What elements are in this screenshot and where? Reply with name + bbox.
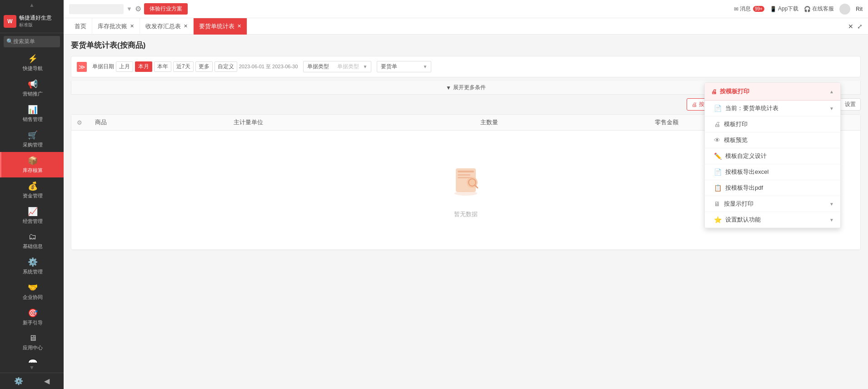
filter-toggle-button[interactable]: ≫ bbox=[77, 62, 87, 72]
sidebar-item-marketing[interactable]: 📢 营销推广 bbox=[0, 76, 64, 101]
sidebar-item-label: 新手引导 bbox=[23, 319, 43, 326]
sales-icon: 📊 bbox=[28, 105, 38, 115]
export-pdf-icon: 📋 bbox=[714, 184, 722, 192]
user-name: Rit bbox=[856, 6, 863, 12]
tab-receipt-summary-close[interactable]: ✕ bbox=[184, 23, 188, 29]
export-excel-label: 按模板导出excel bbox=[725, 168, 768, 176]
dropdown-close-chevron[interactable]: ▲ bbox=[829, 89, 834, 94]
sidebar-item-quick-nav[interactable]: ⚡ 快捷导航 bbox=[0, 50, 64, 76]
filter-row: ≫ 单据日期 上月 本月 本年 近7天 更多 自定义 2023-06-01 至 … bbox=[77, 61, 855, 72]
online-service-button[interactable]: 🎧 在线客服 bbox=[804, 5, 834, 13]
print-header-icon: 🖨 bbox=[711, 88, 717, 95]
message-badge: 99+ bbox=[753, 6, 764, 12]
date-btn-this-year[interactable]: 本年 bbox=[154, 61, 171, 72]
display-print-chevron: ▼ bbox=[829, 202, 834, 207]
tab-order-stats-label: 要货单统计表 bbox=[199, 22, 234, 30]
tab-order-stats[interactable]: 要货单统计表 ✕ bbox=[194, 18, 247, 35]
sidebar-item-collab[interactable]: 🤝 企业协同 bbox=[0, 279, 64, 304]
sidebar-item-guide[interactable]: 🎯 新手引导 bbox=[0, 304, 64, 330]
tab-expand-icon[interactable]: ⤢ bbox=[857, 23, 863, 30]
table-column-settings-icon[interactable]: ⚙ bbox=[77, 119, 82, 126]
app-logo-icon: W bbox=[4, 15, 16, 28]
sidebar-item-label: 营销推广 bbox=[23, 91, 43, 97]
main-area: ▼ ⚙ 体验行业方案 ✉ 消息 99+ 📱 App下载 🎧 在线客服 Rit bbox=[64, 0, 868, 389]
sidebar-item-finance[interactable]: 💰 资金管理 bbox=[0, 177, 64, 203]
dropdown-display-print[interactable]: 🖥 按显示打印 ▼ bbox=[705, 196, 840, 212]
messages-button[interactable]: ✉ 消息 99+ bbox=[734, 5, 764, 13]
tab-close-all-icon[interactable]: ✕ bbox=[848, 23, 853, 30]
content-area: 要货单统计表(按商品) ≫ 单据日期 上月 本月 本年 近7天 更多 自定义 2… bbox=[64, 35, 868, 389]
sidebar-item-inventory[interactable]: 📦 库存核算 bbox=[0, 152, 64, 177]
order-num-select[interactable]: 要货单 ▼ bbox=[377, 61, 431, 72]
sidebar-item-basic[interactable]: 🗂 基础信息 bbox=[0, 228, 64, 253]
dropdown-header[interactable]: 🖨 按模板打印 ▲ bbox=[705, 83, 840, 101]
dropdown-item-export-excel[interactable]: 📄 按模板导出excel bbox=[705, 164, 840, 180]
export-pdf-label: 按模板导出pdf bbox=[725, 184, 763, 192]
collapse-icon[interactable]: ◀ bbox=[44, 377, 50, 385]
tab-order-stats-close[interactable]: ✕ bbox=[237, 23, 241, 29]
system-icon: ⚙️ bbox=[28, 257, 38, 267]
app-name: 畅捷通好生意 bbox=[19, 15, 52, 22]
topbar-right: ✉ 消息 99+ 📱 App下载 🎧 在线客服 Rit bbox=[734, 4, 863, 15]
app-download-button[interactable]: 📱 App下载 bbox=[770, 5, 798, 13]
date-btn-last-month[interactable]: 上月 bbox=[116, 61, 133, 72]
set-default-chevron: ▼ bbox=[829, 217, 834, 222]
industry-plan-button[interactable]: 体验行业方案 bbox=[144, 3, 188, 15]
settings-icon[interactable]: ⚙️ bbox=[14, 377, 23, 385]
sidebar-item-purchase[interactable]: 🛒 采购管理 bbox=[0, 126, 64, 152]
order-num-dropdown-icon: ▼ bbox=[423, 64, 427, 69]
dropdown-item-template-design[interactable]: ✏️ 模板自定义设计 bbox=[705, 148, 840, 164]
app-badge: 标准版 bbox=[19, 22, 52, 28]
message-icon: ✉ bbox=[734, 6, 738, 12]
display-print-icon: 🖥 bbox=[714, 200, 720, 207]
sidebar-scroll-down[interactable]: ▼ bbox=[0, 363, 64, 373]
current-template-label: 当前：要货单统计表 bbox=[725, 104, 778, 112]
tab-receipt-summary-label: 收发存汇总表 bbox=[145, 22, 181, 30]
topbar-left: ▼ ⚙ 体验行业方案 bbox=[69, 3, 730, 15]
tab-receipt-summary[interactable]: 收发存汇总表 ✕ bbox=[140, 18, 194, 35]
sidebar-item-operation[interactable]: 📈 经营管理 bbox=[0, 203, 64, 228]
sidebar-item-wechat[interactable]: 💬 企业微信 bbox=[0, 355, 64, 363]
empty-text: 暂无数据 bbox=[454, 210, 478, 218]
sidebar-search[interactable]: 🔍 搜索菜单 bbox=[4, 36, 60, 47]
dropdown-item-template-print[interactable]: 🖨 模板打印 bbox=[705, 116, 840, 132]
set-default-label: 设置默认功能 bbox=[725, 216, 761, 224]
template-preview-label: 模板预览 bbox=[724, 136, 748, 144]
tab-batch-account-close[interactable]: ✕ bbox=[130, 23, 134, 29]
sidebar-item-app-center[interactable]: 🖥 应用中心 bbox=[0, 330, 64, 355]
sidebar-item-system[interactable]: ⚙️ 系统管理 bbox=[0, 253, 64, 279]
dropdown-set-default[interactable]: ⭐ 设置默认功能 ▼ bbox=[705, 212, 840, 228]
logo-text-block: 畅捷通好生意 标准版 bbox=[19, 15, 52, 28]
col-product: 商品 bbox=[90, 115, 228, 131]
sidebar-item-sales[interactable]: 📊 销售管理 bbox=[0, 101, 64, 126]
tab-batch-account[interactable]: 库存批次账 ✕ bbox=[92, 18, 140, 35]
page-title: 要货单统计表(按商品) bbox=[71, 40, 861, 51]
quick-nav-icon: ⚡ bbox=[28, 54, 38, 64]
sidebar-item-label: 资金管理 bbox=[23, 192, 43, 199]
topbar-search-input[interactable] bbox=[69, 4, 124, 14]
dropdown-item-template-preview[interactable]: 👁 模板预览 bbox=[705, 132, 840, 148]
col-unit: 主计量单位 bbox=[228, 115, 475, 131]
order-type-select[interactable]: 单据类型 单据类型 ▼ bbox=[303, 61, 371, 72]
dropdown-current-template[interactable]: 📄 当前：要货单统计表 ▼ bbox=[705, 101, 840, 116]
collab-icon: 🤝 bbox=[28, 283, 38, 293]
topbar: ▼ ⚙ 体验行业方案 ✉ 消息 99+ 📱 App下载 🎧 在线客服 Rit bbox=[64, 0, 868, 18]
sidebar-scroll-up[interactable]: ▲ bbox=[0, 0, 64, 10]
date-range: 2023-06-01 至 2023-06-30 bbox=[239, 63, 298, 70]
date-btn-custom[interactable]: 自定义 bbox=[215, 61, 237, 72]
date-btn-more[interactable]: 更多 bbox=[195, 61, 213, 72]
template-print-icon: 🖨 bbox=[714, 121, 720, 128]
user-avatar[interactable] bbox=[839, 4, 850, 15]
date-filter: 单据日期 上月 本月 本年 近7天 更多 自定义 2023-06-01 至 20… bbox=[92, 61, 298, 72]
settings-button[interactable]: 设置 bbox=[840, 98, 861, 111]
topbar-settings-icon[interactable]: ⚙ bbox=[135, 5, 141, 13]
service-icon: 🎧 bbox=[804, 6, 811, 12]
date-btn-this-month[interactable]: 本月 bbox=[135, 61, 152, 72]
dropdown-item-export-pdf[interactable]: 📋 按模板导出pdf bbox=[705, 180, 840, 196]
sidebar: ▲ W 畅捷通好生意 标准版 🔍 搜索菜单 ⚡ 快捷导航 📢 营销推广 📊 销售… bbox=[0, 0, 64, 389]
dropdown-set-default-left: ⭐ 设置默认功能 bbox=[714, 216, 761, 224]
tab-home[interactable]: 首页 bbox=[69, 18, 92, 35]
sidebar-item-label: 基础信息 bbox=[23, 243, 43, 250]
topbar-dropdown-icon[interactable]: ▼ bbox=[126, 5, 132, 12]
date-btn-7-days[interactable]: 近7天 bbox=[173, 61, 194, 72]
